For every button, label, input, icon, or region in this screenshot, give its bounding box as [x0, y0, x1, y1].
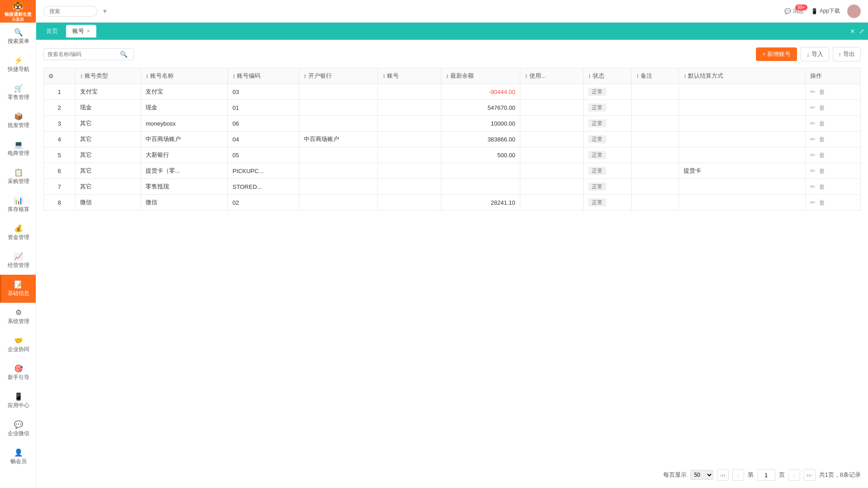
row-bank — [299, 179, 378, 195]
row-code: PICKUPC... — [228, 163, 299, 179]
tab-home[interactable]: 首页 — [40, 25, 64, 38]
row-bank — [299, 195, 378, 211]
row-name: 中百商场账户 — [141, 131, 228, 147]
user-avatar[interactable] — [847, 5, 861, 18]
sidebar-item-finance[interactable]: 💰资金管理 — [0, 219, 36, 247]
sidebar-label-shortcut: 快捷导航 — [8, 66, 29, 72]
search-box: 🔍 — [43, 48, 134, 60]
first-page-button[interactable]: ⏮ — [717, 469, 729, 481]
col-settle[interactable]: ↕ 默认结算方式 — [679, 68, 806, 84]
row-code: 05 — [228, 147, 299, 163]
delete-button[interactable]: 🗑 — [819, 104, 825, 111]
col-code[interactable]: ↕ 账号编码 — [228, 68, 299, 84]
edit-button[interactable]: ✏ — [810, 136, 816, 143]
last-page-button[interactable]: ⏭ — [804, 469, 816, 481]
delete-button[interactable]: 🗑 — [819, 151, 825, 159]
edit-button[interactable]: ✏ — [810, 88, 816, 95]
tab-close-account[interactable]: × — [87, 28, 90, 34]
sidebar-item-member[interactable]: 👤畅会员 — [0, 443, 36, 471]
sidebar-label-enterprise: 企业协同 — [8, 346, 29, 352]
page-input[interactable] — [757, 469, 775, 481]
sidebar-item-ecommerce[interactable]: 💻电商管理 — [0, 135, 36, 163]
sidebar-item-appcenter[interactable]: 📱应用中心 — [0, 387, 36, 415]
sidebar-label-wechat: 企业微信 — [8, 430, 29, 436]
row-note — [632, 147, 679, 163]
tab-close-all-icon[interactable]: ✕ — [850, 28, 855, 35]
row-status: 正常 — [583, 195, 632, 211]
next-page-button[interactable]: › — [788, 469, 800, 481]
edit-button[interactable]: ✏ — [810, 167, 816, 174]
pagination-bar: 每页显示 50 100 200 ⏮ ‹ 第 页 › ⏭ 共1页，8条记录 — [43, 464, 861, 481]
sidebar-item-inventory[interactable]: 📊库存核算 — [0, 191, 36, 219]
import-label: 导入 — [811, 50, 823, 58]
import-button[interactable]: ↓ 导入 — [801, 47, 829, 61]
table-row: 5 其它 大新银行 05 500.00 正常 ✏ 🗑 — [44, 147, 861, 163]
app-download-button[interactable]: 📱 App下载 — [811, 7, 840, 15]
delete-button[interactable]: 🗑 — [819, 183, 825, 190]
row-bank — [299, 116, 378, 131]
top-search-dropdown-icon[interactable]: ▾ — [103, 7, 107, 15]
col-status[interactable]: ↕ 状态 — [583, 68, 632, 84]
row-num: 8 — [44, 195, 75, 211]
settings-icon[interactable]: ⚙ — [48, 73, 54, 80]
delete-button[interactable]: 🗑 — [819, 120, 825, 127]
row-account — [378, 116, 441, 131]
edit-button[interactable]: ✏ — [810, 199, 816, 206]
message-icon: 💬 — [784, 8, 791, 14]
sidebar-item-basic[interactable]: 📝基础信息 — [0, 275, 36, 303]
delete-button[interactable]: 🗑 — [819, 199, 825, 206]
sidebar-item-guide[interactable]: 🎯新手引导 — [0, 359, 36, 387]
edit-button[interactable]: ✏ — [810, 104, 816, 111]
sidebar-item-search[interactable]: 🔍搜索菜单 — [0, 23, 36, 51]
sidebar-item-shortcut[interactable]: ⚡快捷导航 — [0, 51, 36, 79]
sidebar-item-wechat[interactable]: 💬企业微信 — [0, 415, 36, 443]
row-type: 其它 — [75, 116, 141, 131]
import-icon: ↓ — [807, 51, 810, 58]
row-action: ✏ 🗑 — [805, 131, 860, 147]
row-type: 其它 — [75, 147, 141, 163]
table-row: 3 其它 moneybosx 06 10000.00 正常 ✏ 🗑 — [44, 116, 861, 131]
row-use — [520, 195, 583, 211]
col-account[interactable]: ↕ 账号 — [378, 68, 441, 84]
prev-page-button[interactable]: ‹ — [732, 469, 744, 481]
col-settings[interactable]: ⚙ — [44, 68, 75, 84]
sidebar-item-system[interactable]: ⚙系统管理 — [0, 303, 36, 331]
col-action: 操作 — [805, 68, 860, 84]
sidebar-label-guide: 新手引导 — [8, 374, 29, 380]
delete-button[interactable]: 🗑 — [819, 136, 825, 143]
sidebar-item-operations[interactable]: 📈经营管理 — [0, 247, 36, 275]
sidebar-item-enterprise[interactable]: 🤝企业协同 — [0, 331, 36, 359]
sidebar-icon-enterprise: 🤝 — [3, 336, 34, 345]
col-balance[interactable]: ↕ 最新余额 — [441, 68, 520, 84]
col-note[interactable]: ↕ 备注 — [632, 68, 679, 84]
col-bank[interactable]: ↕ 开户银行 — [299, 68, 378, 84]
export-button[interactable]: ↑ 导出 — [833, 47, 861, 61]
tab-account[interactable]: 账号× — [66, 25, 96, 38]
delete-button[interactable]: 🗑 — [819, 88, 825, 95]
row-type: 其它 — [75, 163, 141, 179]
sidebar: 🐯 畅捷通财生意 乐盈版 🔍搜索菜单⚡快捷导航🛒零售管理📦批发管理💻电商管理📋采… — [0, 0, 36, 488]
top-search-input[interactable] — [43, 6, 98, 17]
per-page-select[interactable]: 50 100 200 — [690, 470, 713, 480]
row-name: moneybosx — [141, 116, 228, 131]
sidebar-icon-guide: 🎯 — [3, 364, 34, 373]
row-name: 支付宝 — [141, 84, 228, 100]
search-input[interactable] — [47, 51, 120, 57]
row-settle — [679, 147, 806, 163]
edit-button[interactable]: ✏ — [810, 183, 816, 190]
edit-button[interactable]: ✏ — [810, 120, 816, 127]
sidebar-item-purchase[interactable]: 📋采购管理 — [0, 163, 36, 191]
delete-button[interactable]: 🗑 — [819, 167, 825, 174]
add-account-button[interactable]: + 新增账号 — [756, 47, 797, 61]
tab-expand-icon[interactable]: ⤢ — [859, 28, 864, 35]
row-account — [378, 131, 441, 147]
edit-button[interactable]: ✏ — [810, 151, 816, 159]
message-button[interactable]: 💬 消息 99+ — [784, 7, 804, 15]
table-row: 1 支付宝 支付宝 03 -90444.00 正常 ✏ 🗑 — [44, 84, 861, 100]
col-use[interactable]: ↕ 使用... — [520, 68, 583, 84]
col-name[interactable]: ↕ 账号名称 — [141, 68, 228, 84]
sidebar-item-wholesale[interactable]: 📦批发管理 — [0, 107, 36, 135]
sidebar-item-retail[interactable]: 🛒零售管理 — [0, 79, 36, 107]
col-type[interactable]: ↕ 账号类型 — [75, 68, 141, 84]
row-use — [520, 84, 583, 100]
